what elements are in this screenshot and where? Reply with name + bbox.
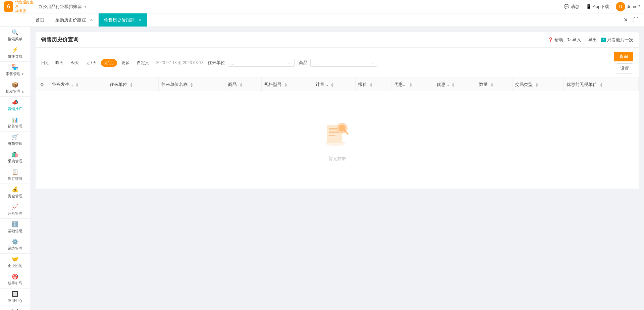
main-layout: 🔍 搜索菜单 ⚡ 快捷导航 🏪 零售管理 ▼ 📦 批发管理 ▲ 📣 营销推广 [0,27,644,310]
setting-button[interactable]: 设置 [616,63,633,73]
operation-icon: 📈 [12,204,18,210]
col-trade-type[interactable]: 交易类型 ▲▼ [512,78,564,91]
sidebar-item-ecommerce[interactable]: 🛒 电商管理 [0,132,30,149]
col-pretax-price[interactable]: 优惠前无税单价 ▲▼ [564,78,639,91]
sort-icon: ▲▼ [239,82,243,88]
sort-icon: ▲▼ [284,82,287,88]
more-icon[interactable]: ··· [370,60,374,65]
sidebar: 🔍 搜索菜单 ⚡ 快捷导航 🏪 零售管理 ▼ 📦 批发管理 ▲ 📣 营销推广 [0,27,30,310]
tab-close-icon[interactable]: ✕ [90,18,93,22]
col-partner-code[interactable]: 往来单位 ▲▼ [107,78,158,91]
col-biz-date[interactable]: 业务发生... ▲▼ [49,78,107,91]
only-last-checkbox[interactable]: ✓ 只看最后一次 [601,37,633,43]
date-buttons: 昨天 今天 近7天 近1月 更多 自定义 [52,59,152,67]
col-discount1[interactable]: 优惠... ▲▼ [391,78,434,91]
sort-icon: ▲▼ [535,82,538,88]
export-icon: ↓ [585,37,587,42]
date-today-button[interactable]: 今天 [68,59,82,67]
partner-input[interactable] [231,60,288,65]
sidebar-item-system[interactable]: ⚙️ 系统管理 [0,236,30,254]
date-more-button[interactable]: 更多 [118,59,132,67]
col-partner-name[interactable]: 往来单位名称 ▲▼ [158,78,225,91]
more-icon[interactable]: ··· [288,60,292,65]
sort-icon: ▲▼ [451,82,455,88]
tab-sales-history[interactable]: 销售历史价跟踪 ✕ [99,13,147,27]
tab-bar-actions: ✕ ⛶ [622,13,644,27]
wechat-icon: 💬 [12,308,18,310]
goods-input-wrapper[interactable]: ··· [310,59,377,67]
app-icon: 🔲 [12,291,18,297]
tab-purchase-history[interactable]: 采购历史价跟踪 ✕ [50,13,99,27]
sidebar-item-enterprise-collab[interactable]: 🤝 企业协同 [0,254,30,271]
filter-row: 日期 昨天 今天 近7天 近1月 更多 自定义 2023-02-18 至 202… [41,52,633,73]
partner-input-wrapper[interactable]: ··· [228,59,295,67]
retail-icon: 🏪 [12,64,18,70]
marketing-icon: 📣 [12,99,18,105]
message-button[interactable]: 💬 消息 [564,4,579,10]
sidebar-item-wholesale[interactable]: 📦 批发管理 ▲ [0,79,30,97]
col-spec[interactable]: 规格型号 ▲▼ [261,78,313,91]
col-price[interactable]: 报价 ▲▼ [355,78,391,91]
col-settings[interactable]: ⚙ [36,78,49,91]
import-button[interactable]: ↻ 导入 [567,37,581,43]
tab-home[interactable]: 首页 [30,13,50,27]
col-discount2[interactable]: 优惠... ▲▼ [434,78,476,91]
search-icon: 🔍 [12,29,18,36]
tab-bar: 首页 采购历史价跟踪 ✕ 销售历史价跟踪 ✕ ✕ ⛶ [0,13,644,27]
sort-icon: ▲▼ [600,82,603,88]
col-qty[interactable]: 数量 ▲▼ [476,78,512,91]
sidebar-item-finance[interactable]: 💰 资金管理 [0,184,30,201]
sidebar-item-app-center[interactable]: 🔲 应用中心 [0,289,30,306]
chevron-down-icon: ▼ [21,72,24,76]
tab-close-icon[interactable]: ✕ [139,18,142,22]
goods-filter-group: 商品 ··· [299,59,377,67]
sidebar-item-guide[interactable]: 🎯 新手引导 [0,271,30,289]
col-unit[interactable]: 计量... ▲▼ [313,78,356,91]
sidebar-item-basic-info[interactable]: ℹ️ 基础信息 [0,219,30,236]
info-icon: ℹ️ [12,221,18,227]
sort-icon: ▲▼ [190,82,193,88]
sidebar-item-search[interactable]: 🔍 搜索菜单 [0,27,30,44]
query-button[interactable]: 查询 [614,52,633,61]
sort-icon: ▲▼ [409,82,413,88]
sort-icon: ▲▼ [331,82,334,88]
close-tab-button[interactable]: ✕ [622,15,629,24]
sort-icon: ▲▼ [490,82,494,88]
chevron-up-icon: ▲ [21,90,24,93]
date-7days-button[interactable]: 近7天 [83,59,100,67]
wholesale-icon: 📦 [12,82,18,88]
help-button[interactable]: ❓ 帮助 [548,37,563,43]
top-bar-right: 💬 消息 📱 App下载 D demo2 [564,2,640,11]
logo-icon: 6 [4,1,13,12]
sidebar-item-shortcuts[interactable]: ⚡ 快捷导航 [0,44,30,62]
import-icon: ↻ [567,37,571,42]
sidebar-item-marketing[interactable]: 📣 营销推广 [0,97,30,114]
sidebar-item-operation[interactable]: 📈 经营管理 [0,201,30,219]
sidebar-item-purchase[interactable]: 🛍️ 采购管理 [0,149,30,166]
col-goods[interactable]: 商品 ▲▼ [225,78,261,91]
date-yesterday-button[interactable]: 昨天 [52,59,66,67]
user-avatar-button[interactable]: D demo2 [616,2,640,11]
date-filter-group: 日期 昨天 今天 近7天 近1月 更多 自定义 2023-02-18 至 202… [41,59,204,67]
checkbox-icon: ✓ [601,38,606,42]
export-button[interactable]: ↓ 导出 [585,37,597,43]
filter-actions: 查询 设置 [614,52,633,73]
empty-state: 暂无数据 [36,91,639,189]
sidebar-item-inventory[interactable]: 📋 库存核算 [0,166,30,184]
empty-illustration [320,118,354,152]
sidebar-item-wechat-work[interactable]: 💬 企业微信 [0,306,30,310]
date-custom-button[interactable]: 自定义 [134,59,152,67]
maximize-button[interactable]: ⛶ [632,16,640,24]
sidebar-item-sales[interactable]: 📊 销售管理 [0,114,30,132]
company-title[interactable]: 办公用品行业模拟账套 ▼ [34,4,564,10]
filter-area: 日期 昨天 今天 近7天 近1月 更多 自定义 2023-02-18 至 202… [36,48,639,78]
goods-label: 商品 [299,60,308,66]
top-bar: 6 销售通好生意 标准版 办公用品行业模拟账套 ▼ 💬 消息 📱 App下载 D… [0,0,644,13]
settings-icon[interactable]: ⚙ [40,82,44,87]
guide-icon: 🎯 [12,273,18,280]
app-download-button[interactable]: 📱 App下载 [586,4,609,10]
sidebar-item-retail[interactable]: 🏪 零售管理 ▼ [0,62,30,79]
goods-input[interactable] [313,60,370,65]
logo-text: 销售通好生意 标准版 [15,0,34,13]
date-1month-button[interactable]: 近1月 [101,59,117,67]
